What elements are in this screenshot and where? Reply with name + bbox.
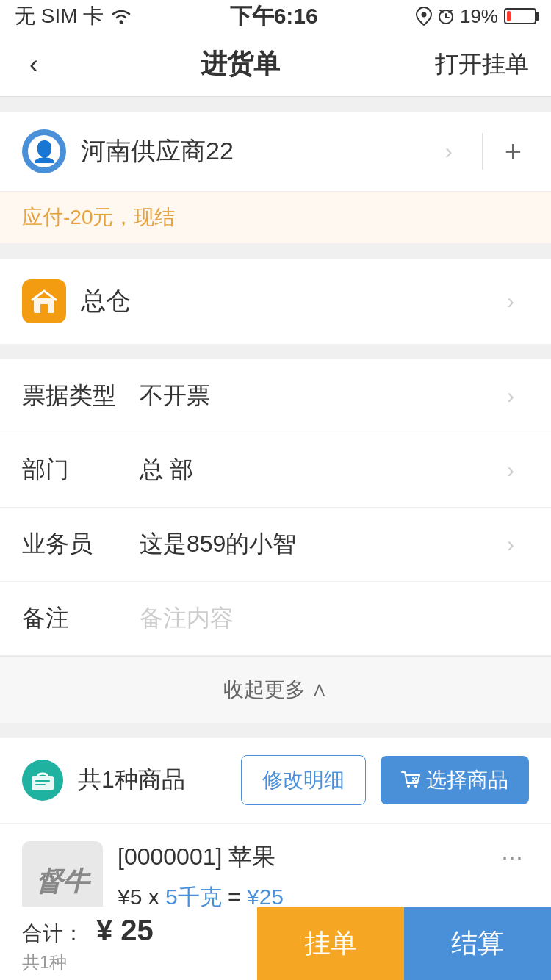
status-left: 无 SIM 卡	[15, 2, 132, 30]
dept-chevron-icon: ›	[507, 458, 514, 483]
salesman-chevron-icon: ›	[507, 532, 514, 557]
salesman-value: 这是859的小智	[140, 528, 507, 561]
product-qty: 5千克	[165, 884, 222, 909]
svg-point-8	[407, 785, 410, 788]
carrier-text: 无 SIM 卡	[15, 2, 104, 30]
location-icon	[416, 7, 432, 26]
dept-value: 总 部	[140, 454, 507, 486]
bottom-bar: 合计： ¥ 25 共1种 挂单 结算	[0, 907, 551, 980]
back-button[interactable]: ‹	[22, 42, 46, 87]
settle-button[interactable]: 结算	[404, 907, 551, 981]
svg-point-9	[414, 785, 417, 788]
battery-percent: 19%	[460, 5, 498, 28]
collapse-button[interactable]: 收起更多 ∧	[0, 656, 551, 723]
invoice-row[interactable]: 票据类型 不开票 ›	[0, 359, 551, 433]
product-equals: =	[228, 884, 241, 909]
select-product-label: 选择商品	[426, 766, 508, 794]
dept-row[interactable]: 部门 总 部 ›	[0, 433, 551, 508]
product-name: [0000001] 苹果	[118, 841, 480, 873]
person-icon: 👤	[32, 140, 57, 164]
form-section: 票据类型 不开票 › 部门 总 部 › 业务员 这是859的小智 › 备注 备注…	[0, 359, 551, 656]
divider-3	[0, 345, 551, 359]
product-unit-price: ¥5	[118, 884, 142, 909]
product-more-button[interactable]: ···	[495, 841, 529, 872]
products-header: 共1种商品 修改明细 选择商品	[0, 738, 551, 824]
warehouse-chevron-icon: ›	[507, 289, 514, 314]
warehouse-icon	[22, 279, 66, 323]
warehouse-name: 总仓	[81, 284, 507, 318]
notice-text: 应付-20元，现结	[22, 206, 175, 228]
supplier-avatar: 👤	[22, 129, 66, 173]
wifi-icon	[111, 8, 132, 24]
status-bar: 无 SIM 卡 下午6:16 19%	[0, 0, 551, 32]
product-logo: 督牛	[36, 864, 89, 900]
product-total: ¥25	[247, 884, 284, 909]
warehouse-row[interactable]: 总仓 ›	[0, 259, 551, 345]
products-count: 共1种商品	[78, 764, 226, 796]
divider-2	[0, 244, 551, 259]
svg-rect-6	[35, 780, 50, 782]
total-label: 合计：	[22, 922, 84, 945]
salesman-row[interactable]: 业务员 这是859的小智 ›	[0, 508, 551, 582]
alarm-icon	[438, 7, 454, 25]
open-hang-button[interactable]: 打开挂单	[435, 48, 529, 81]
product-info: [0000001] 苹果 ¥5 x 5千克 = ¥25	[118, 841, 480, 912]
add-supplier-button[interactable]: +	[497, 135, 529, 168]
divider-v	[482, 133, 483, 170]
hang-button[interactable]: 挂单	[257, 907, 404, 981]
products-icon	[22, 760, 63, 801]
invoice-label: 票据类型	[22, 380, 140, 412]
product-title: 苹果	[228, 843, 276, 870]
supplier-row[interactable]: 👤 河南供应商22 › +	[0, 112, 551, 192]
total-area: 合计： ¥ 25 共1种	[0, 914, 257, 974]
dept-label: 部门	[22, 454, 140, 486]
cart-icon	[401, 771, 420, 789]
status-time: 下午6:16	[230, 1, 318, 32]
edit-details-button[interactable]: 修改明细	[241, 755, 366, 805]
svg-point-1	[421, 12, 426, 18]
battery-fill	[507, 11, 511, 21]
remark-label: 备注	[22, 602, 140, 635]
svg-point-0	[120, 21, 123, 24]
nav-bar: ‹ 进货单 打开挂单	[0, 32, 551, 97]
divider-1	[0, 97, 551, 112]
svg-rect-7	[35, 784, 46, 785]
divider-4	[0, 723, 551, 738]
page-title: 进货单	[201, 46, 280, 82]
total-count: 共1种	[22, 951, 235, 974]
battery-icon	[504, 8, 536, 24]
select-product-button[interactable]: 选择商品	[381, 756, 529, 804]
notice-bar: 应付-20元，现结	[0, 192, 551, 244]
svg-rect-5	[32, 776, 54, 790]
invoice-chevron-icon: ›	[507, 383, 514, 408]
status-right: 19%	[416, 5, 536, 28]
remark-row[interactable]: 备注 备注内容	[0, 582, 551, 656]
invoice-value: 不开票	[140, 380, 507, 412]
total-amount: ¥ 25	[96, 914, 154, 946]
supplier-section: 👤 河南供应商22 › + 应付-20元，现结	[0, 112, 551, 244]
supplier-name: 河南供应商22	[81, 134, 445, 168]
product-id: [0000001]	[118, 843, 222, 870]
salesman-label: 业务员	[22, 528, 140, 561]
svg-rect-4	[40, 304, 48, 313]
product-multiply: x	[148, 884, 159, 909]
warehouse-section: 总仓 ›	[0, 259, 551, 345]
remark-input[interactable]: 备注内容	[140, 602, 529, 635]
supplier-chevron-icon: ›	[445, 139, 453, 164]
